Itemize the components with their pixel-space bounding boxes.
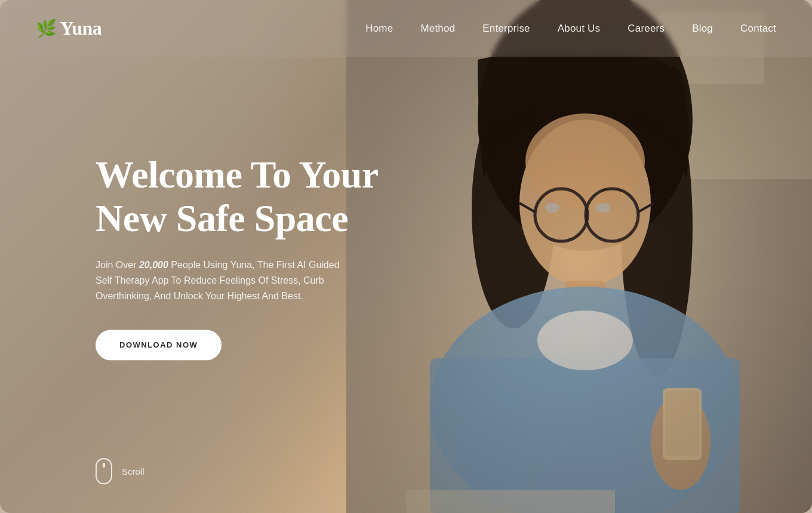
nav-contact[interactable]: Contact xyxy=(740,23,776,34)
page-wrapper: 🌿 Yuna Home Method Enterprise About Us C… xyxy=(0,0,812,513)
nav-enterprise[interactable]: Enterprise xyxy=(482,23,530,34)
hero-subtitle: Join Over 20,000 People Using Yuna, The … xyxy=(96,257,352,305)
hero-person-image xyxy=(346,0,812,513)
svg-rect-24 xyxy=(346,0,812,513)
nav-careers[interactable]: Careers xyxy=(628,23,665,34)
download-button[interactable]: DOWNLOAD NOW xyxy=(96,330,222,360)
logo-leaf-icon: 🌿 xyxy=(36,19,57,38)
nav-method[interactable]: Method xyxy=(420,23,455,34)
nav-links: Home Method Enterprise About Us Careers … xyxy=(365,23,776,35)
nav-blog[interactable]: Blog xyxy=(692,23,713,34)
scroll-dot xyxy=(103,463,105,468)
logo[interactable]: 🌿 Yuna xyxy=(36,17,102,39)
hero-subtitle-number: 20,000 xyxy=(139,260,168,270)
scroll-label: Scroll xyxy=(122,466,144,477)
hero-title: Welcome To Your New Safe Space xyxy=(96,153,379,241)
nav-home[interactable]: Home xyxy=(365,23,393,34)
hero-title-line1: Welcome To Your xyxy=(96,153,379,196)
navbar: 🌿 Yuna Home Method Enterprise About Us C… xyxy=(0,0,812,57)
hero-title-line2: New Safe Space xyxy=(96,197,348,239)
nav-about[interactable]: About Us xyxy=(558,23,601,34)
scroll-indicator: Scroll xyxy=(96,458,144,484)
logo-text: Yuna xyxy=(60,17,102,39)
hero-content: Welcome To Your New Safe Space Join Over… xyxy=(96,153,379,360)
hero-subtitle-prefix: Join Over xyxy=(96,260,139,270)
scroll-mouse-icon xyxy=(96,458,112,484)
